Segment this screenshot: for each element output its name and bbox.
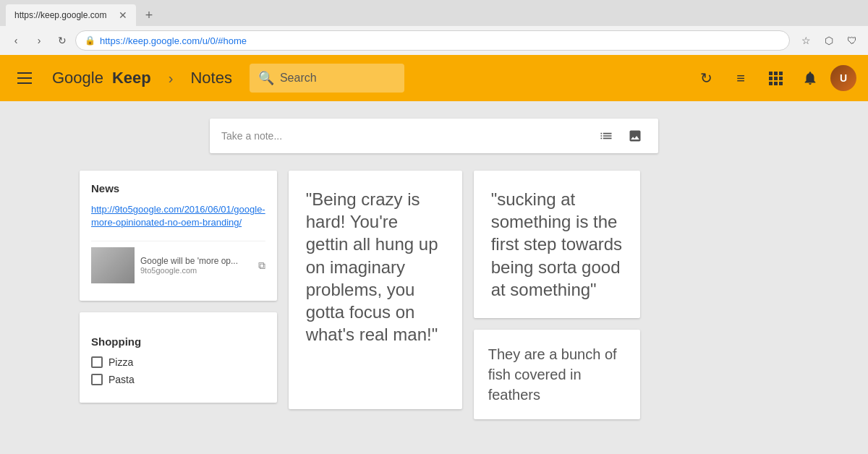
svg-rect-2 — [779, 72, 783, 75]
svg-rect-5 — [779, 77, 783, 80]
nav-actions: ☆ ⬡ 🛡 — [796, 30, 862, 51]
address-bar[interactable]: 🔒 https://keep.google.com/u/0/#home — [75, 30, 790, 51]
svg-rect-4 — [774, 77, 778, 80]
svg-rect-8 — [779, 82, 783, 85]
hamburger-line — [17, 82, 32, 84]
pasta-checkbox[interactable] — [91, 374, 103, 385]
hamburger-line — [17, 72, 32, 74]
fish-text: They are a bunch of fish covered in feat… — [488, 344, 626, 405]
active-tab[interactable]: https://keep.google.com ✕ — [6, 4, 136, 26]
menu-button[interactable] — [12, 64, 41, 93]
right-column: "sucking at something is the first step … — [474, 171, 640, 419]
preview-info: Google will be 'more op... 9to5google.co… — [140, 256, 238, 275]
shield-button[interactable]: 🛡 — [842, 30, 862, 51]
nav-bar: ‹ › ↻ 🔒 https://keep.google.com/u/0/#hom… — [0, 26, 868, 55]
svg-rect-6 — [769, 82, 773, 85]
news-card-link[interactable]: http://9to5google.com/2016/06/01/google-… — [91, 203, 265, 229]
checklist-item-pasta: Pasta — [91, 374, 265, 385]
app-logo: Google Keep — [52, 69, 151, 87]
tab-bar: https://keep.google.com ✕ + — [0, 0, 868, 26]
refresh-button[interactable]: ↻ — [692, 64, 720, 93]
note-input-placeholder: Take a note... — [221, 130, 595, 142]
news-preview: Google will be 'more op... 9to5google.co… — [91, 241, 265, 289]
sucking-note-card: "sucking at something is the first step … — [474, 171, 640, 318]
svg-rect-0 — [769, 72, 773, 75]
avatar-image: U — [830, 65, 856, 91]
reload-button[interactable]: ↻ — [52, 30, 72, 51]
sucking-text: "sucking at something is the first step … — [491, 188, 623, 301]
pizza-label: Pizza — [109, 356, 133, 368]
news-note-card: News http://9to5google.com/2016/06/01/go… — [80, 171, 277, 301]
pizza-checkbox[interactable] — [91, 356, 103, 368]
breadcrumb-separator: › — [169, 70, 174, 87]
notifications-button[interactable] — [796, 64, 825, 93]
checklist-item-pizza: Pizza — [91, 356, 265, 368]
svg-rect-7 — [774, 82, 778, 85]
shopping-note-card: Shopping Pizza Pasta — [80, 312, 277, 403]
checklist-icon — [599, 129, 613, 143]
apps-button[interactable] — [761, 64, 790, 93]
app-header: Google Keep › Notes 🔍 ↻ ≡ U — [0, 55, 868, 101]
back-button[interactable]: ‹ — [6, 30, 26, 51]
fish-note-card: They are a bunch of fish covered in feat… — [474, 330, 640, 419]
logo-google: Google — [52, 69, 103, 87]
search-input[interactable] — [280, 72, 396, 85]
tab-close-button[interactable]: ✕ — [119, 9, 127, 21]
list-view-button[interactable]: ≡ — [726, 64, 755, 93]
image-icon — [628, 129, 642, 143]
quote-text: "Being crazy is hard! You're gettin all … — [306, 188, 445, 346]
avatar[interactable]: U — [830, 65, 856, 91]
svg-rect-3 — [769, 77, 773, 80]
logo-keep: Keep — [112, 69, 151, 87]
external-link-icon[interactable]: ⧉ — [258, 260, 265, 272]
middle-column: "Being crazy is hard! You're gettin all … — [289, 171, 462, 409]
apps-grid-icon — [768, 71, 783, 85]
pasta-label: Pasta — [109, 374, 135, 385]
news-card-title: News — [91, 182, 265, 194]
tab-title: https://keep.google.com — [14, 10, 113, 20]
notes-grid: News http://9to5google.com/2016/06/01/go… — [36, 171, 832, 419]
preview-title: Google will be 'more op... — [140, 256, 238, 266]
preview-thumbnail — [91, 247, 135, 283]
search-icon: 🔍 — [258, 70, 274, 86]
preview-domain: 9to5google.com — [140, 266, 238, 275]
search-area: 🔍 — [250, 64, 404, 93]
bell-icon — [802, 70, 818, 86]
svg-rect-1 — [774, 72, 778, 75]
browser-chrome: https://keep.google.com ✕ + ‹ › ↻ 🔒 http… — [0, 0, 868, 55]
note-input-bar[interactable]: Take a note... — [210, 119, 658, 153]
shopping-card-title: Shopping — [91, 335, 265, 348]
address-text: https://keep.google.com/u/0/#home — [100, 35, 780, 46]
forward-button[interactable]: › — [29, 30, 49, 51]
pocket-button[interactable]: ⬡ — [819, 30, 839, 51]
checklist-button[interactable] — [595, 124, 618, 147]
bookmark-button[interactable]: ☆ — [796, 30, 816, 51]
note-bar-actions — [595, 124, 647, 147]
header-actions: ↻ ≡ U — [692, 64, 856, 93]
new-tab-button[interactable]: + — [140, 7, 158, 24]
left-column: News http://9to5google.com/2016/06/01/go… — [80, 171, 277, 403]
main-content: Take a note... News http://9to5google.co… — [0, 101, 868, 454]
page-title: Notes — [190, 69, 231, 87]
quote-note-card: "Being crazy is hard! You're gettin all … — [289, 171, 462, 409]
image-button[interactable] — [624, 124, 647, 147]
secure-icon: 🔒 — [85, 35, 95, 46]
hamburger-line — [17, 77, 32, 79]
